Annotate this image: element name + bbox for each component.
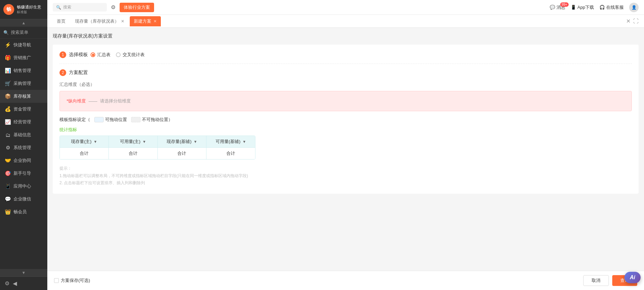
tip-item-1: 1.拖动标题栏可以调整布局，不可跨维度或指标区域拖动栏目字段(只能在同一维度或指… <box>59 172 632 180</box>
content-area: 现存量(库存状况表)方案设置 1 选择模板 汇总表 交叉统计表 <box>47 28 644 271</box>
radio-cross[interactable]: 交叉统计表 <box>116 52 145 58</box>
sidebar-item-cooperation[interactable]: 🤝 企业协同 <box>0 154 47 167</box>
user-avatar[interactable]: 👤 <box>629 3 639 12</box>
member-icon: 👑 <box>5 209 11 215</box>
stats-col-available-main[interactable]: 可用量(主) ▼ <box>109 136 158 147</box>
stats-cell-2: 合计 <box>158 148 207 159</box>
app-download-label: App下载 <box>577 4 594 10</box>
radio-cross-circle <box>116 52 121 57</box>
tab-inventory-status[interactable]: 现存量（库存状况表） ✕ <box>71 16 128 26</box>
stats-col-available-aux-dropdown[interactable]: ▼ <box>243 140 246 144</box>
app-center-icon: 📱 <box>5 183 11 189</box>
sidebar-item-purchase[interactable]: 🛒 采购管理 <box>0 77 47 90</box>
tab-home-label: 首页 <box>57 18 66 24</box>
tips-title: 提示： <box>59 166 72 171</box>
topbar-search-icon: 🔍 <box>56 5 61 10</box>
radio-summary[interactable]: 汇总表 <box>91 52 110 58</box>
sidebar-item-system[interactable]: ⚙ 系统管理 <box>0 141 47 154</box>
tab-expand-icon[interactable]: ⛶ <box>633 18 639 24</box>
operations-icon: 📈 <box>5 119 11 125</box>
tab-home[interactable]: 首页 <box>53 16 70 26</box>
basic-info-icon: 🗂 <box>5 132 11 138</box>
sidebar-item-label: 采购管理 <box>14 80 31 87</box>
step2-number: 2 <box>59 69 66 76</box>
stats-col-available-main-label: 可用量(主) <box>120 139 141 145</box>
settings-icon[interactable]: ⚙ <box>5 280 9 287</box>
page-title: 现存量(库存状况表)方案设置 <box>53 33 639 39</box>
sidebar-item-guide[interactable]: 🎯 新手引导 <box>0 167 47 180</box>
sidebar-item-label: 畅会员 <box>14 209 27 215</box>
wechat-icon: 💬 <box>5 196 11 202</box>
app-logo-icon: 畅 <box>3 4 14 15</box>
purchase-icon: 🛒 <box>5 80 11 87</box>
stats-col-current-main[interactable]: 现存量(主) ▼ <box>60 136 109 147</box>
sidebar-search[interactable]: 🔍 搜索菜单 <box>0 27 47 39</box>
online-service-label: 在线客服 <box>606 4 624 10</box>
stats-table: 现存量(主) ▼ 可用量(主) ▼ 现存量(基辅) ▼ 可用量(基辅) ▼ <box>59 136 255 160</box>
sidebar-item-quick-nav[interactable]: ⚡ 快捷导航 <box>0 39 47 51</box>
tab-new-plan[interactable]: 新建方案 ✕ <box>130 16 161 26</box>
dimension-area[interactable]: *纵向维度 —— 请选择分组维度 <box>59 91 632 111</box>
app-edition: 标准版 <box>17 10 41 15</box>
stats-col-current-aux-dropdown[interactable]: ▼ <box>194 140 197 144</box>
app-download-badge[interactable]: 📱 App下载 <box>571 4 594 10</box>
sidebar-item-finance[interactable]: 💰 资金管理 <box>0 103 47 116</box>
toggle-sidebar-icon[interactable]: ◀ <box>13 280 17 287</box>
sidebar-item-label: 新手引导 <box>14 170 31 176</box>
sidebar-item-inventory[interactable]: 📦 库存核算 <box>0 90 47 103</box>
stats-col-available-aux[interactable]: 可用量(基辅) ▼ <box>206 136 255 147</box>
sidebar-item-label: 应用中心 <box>14 183 31 189</box>
tab-close-all-icon[interactable]: ✕ <box>626 18 630 24</box>
sidebar-item-wechat[interactable]: 💬 企业微信 <box>0 193 47 206</box>
online-service-badge[interactable]: 🎧 在线客服 <box>599 4 624 10</box>
inventory-icon: 📦 <box>5 93 11 99</box>
stats-col-current-aux[interactable]: 现存量(基辅) ▼ <box>158 136 207 147</box>
indicators-row: 模板指标设定（ 可拖动位置 不可拖动位置） <box>59 117 632 123</box>
step2-header: 2 方案配置 <box>59 69 632 76</box>
sidebar-item-app-center[interactable]: 📱 应用中心 <box>0 180 47 193</box>
settings-card: 1 选择模板 汇总表 交叉统计表 2 方案配置 <box>53 45 639 194</box>
tab-inventory-close-icon[interactable]: ✕ <box>121 19 124 24</box>
radio-summary-label: 汇总表 <box>97 52 110 58</box>
sidebar-item-label: 企业微信 <box>14 196 31 202</box>
sidebar-logo: 畅 畅赚通好生意 标准版 <box>0 0 47 19</box>
sidebar-item-label: 企业协同 <box>14 158 31 164</box>
bottom-bar: 方案保存(可选) 取消 查询 <box>47 271 644 290</box>
tab-new-plan-label: 新建方案 <box>134 18 151 24</box>
topbar-right: 💬 消息 99+ 📱 App下载 🎧 在线客服 👤 <box>550 3 639 12</box>
sidebar-scroll-up[interactable]: ▲ <box>0 19 47 27</box>
tabs-controls: ✕ ⛶ <box>626 18 639 24</box>
aggregation-label: 汇总维度（必选） <box>59 81 632 88</box>
sidebar-item-basic-info[interactable]: 🗂 基础信息 <box>0 128 47 141</box>
dimension-required-star: *纵向维度 <box>67 98 86 104</box>
stats-cell-3: 合计 <box>206 148 255 159</box>
sidebar-item-label: 资金管理 <box>14 106 31 112</box>
app-name: 畅赚通好生意 <box>17 4 41 10</box>
sidebar-item-sales[interactable]: 📊 销售管理 <box>0 64 47 77</box>
ai-fab-button[interactable]: Ai <box>624 272 641 283</box>
messages-count: 99+ <box>560 2 569 7</box>
topbar-search-placeholder: 搜索 <box>63 4 71 10</box>
save-checkbox[interactable] <box>54 278 59 283</box>
cancel-button[interactable]: 取消 <box>583 275 609 286</box>
step1-label: 选择模板 <box>69 52 88 58</box>
sidebar-scroll-down[interactable]: ▼ <box>0 269 47 276</box>
message-icon: 💬 <box>550 5 555 10</box>
sidebar-item-operations[interactable]: 📈 经营管理 <box>0 116 47 128</box>
cooperation-icon: 🤝 <box>5 158 11 164</box>
radio-cross-label: 交叉统计表 <box>123 52 145 58</box>
sidebar-item-marketing[interactable]: 🎁 营销推广 <box>0 51 47 64</box>
industry-plan-button[interactable]: 体验行业方案 <box>120 3 154 12</box>
topbar-search[interactable]: 🔍 搜索 <box>53 3 107 11</box>
sidebar-item-member[interactable]: 👑 畅会员 <box>0 206 47 218</box>
tab-new-plan-close-icon[interactable]: ✕ <box>153 19 157 24</box>
no-drag-indicator: 不可拖动位置） <box>131 117 173 123</box>
topbar-settings-icon[interactable]: ⚙ <box>111 4 116 10</box>
save-option[interactable]: 方案保存(可选) <box>54 277 90 284</box>
step1-header: 1 选择模板 汇总表 交叉统计表 <box>59 51 632 58</box>
no-drag-box <box>131 117 141 122</box>
stats-col-current-main-dropdown[interactable]: ▼ <box>94 140 97 144</box>
stats-col-available-main-dropdown[interactable]: ▼ <box>143 140 146 144</box>
messages-badge[interactable]: 💬 消息 99+ <box>550 4 565 10</box>
main-area: 🔍 搜索 ⚙ 体验行业方案 💬 消息 99+ 📱 App下载 🎧 在线客服 👤 … <box>47 0 644 290</box>
